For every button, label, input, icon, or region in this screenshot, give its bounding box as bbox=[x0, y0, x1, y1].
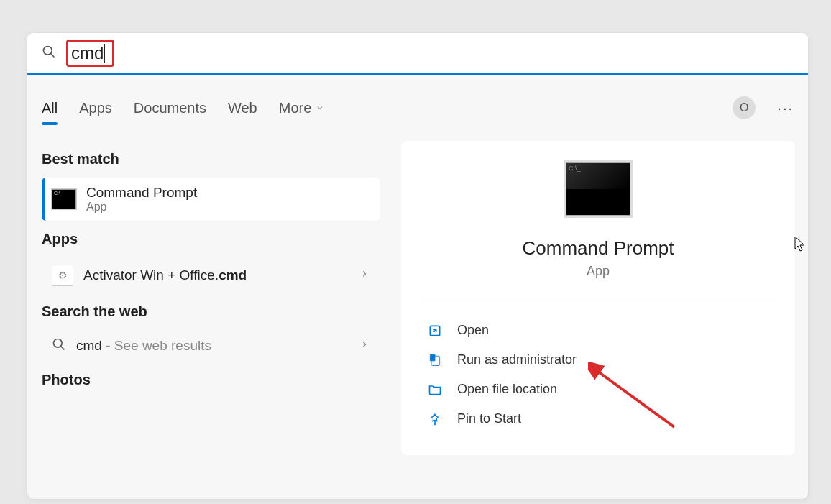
divider bbox=[423, 301, 773, 301]
filter-tabs: All Apps Documents Web More O ··· bbox=[27, 75, 808, 127]
more-options-button[interactable]: ··· bbox=[777, 100, 794, 116]
preview-subtitle: App bbox=[423, 264, 773, 279]
svg-line-3 bbox=[61, 347, 65, 350]
results-column: Best match Command Prompt App Apps ⚙ Act… bbox=[27, 141, 394, 455]
search-input[interactable]: cmd bbox=[71, 43, 104, 63]
action-open-file-location[interactable]: Open file location bbox=[423, 375, 773, 404]
preview-pane: Command Prompt App Open Run a bbox=[401, 141, 795, 455]
text-caret bbox=[104, 44, 105, 63]
shield-icon bbox=[427, 353, 443, 367]
search-icon bbox=[52, 337, 66, 354]
user-avatar[interactable]: O bbox=[733, 96, 756, 119]
search-icon bbox=[42, 45, 56, 62]
preview-title: Command Prompt bbox=[423, 237, 773, 260]
tab-all[interactable]: All bbox=[42, 100, 58, 116]
command-prompt-icon bbox=[52, 189, 76, 209]
result-title: Command Prompt bbox=[86, 185, 197, 201]
svg-line-1 bbox=[51, 54, 55, 58]
batch-file-icon: ⚙ bbox=[52, 265, 73, 286]
pin-icon bbox=[427, 412, 443, 426]
section-photos: Photos bbox=[42, 372, 380, 388]
result-web-search[interactable]: cmd - See web results bbox=[42, 330, 380, 362]
action-label: Open file location bbox=[457, 382, 557, 397]
search-input-highlight: cmd bbox=[66, 40, 114, 67]
svg-point-2 bbox=[54, 339, 63, 348]
folder-icon bbox=[427, 382, 443, 397]
action-label: Run as administrator bbox=[457, 352, 577, 367]
result-title: cmd - See web results bbox=[76, 338, 211, 354]
action-label: Open bbox=[457, 323, 489, 338]
result-activator[interactable]: ⚙ Activator Win + Office.cmd bbox=[42, 257, 380, 293]
tab-apps[interactable]: Apps bbox=[79, 100, 112, 116]
result-title: Activator Win + Office.cmd bbox=[83, 267, 247, 283]
preview-app-icon bbox=[566, 162, 630, 216]
action-label: Pin to Start bbox=[457, 411, 521, 426]
tab-more-label: More bbox=[279, 100, 312, 116]
action-run-as-administrator[interactable]: Run as administrator bbox=[423, 345, 773, 375]
result-subtitle: App bbox=[86, 201, 197, 214]
section-best-match: Best match bbox=[42, 151, 380, 168]
tab-more[interactable]: More bbox=[279, 100, 325, 116]
svg-point-0 bbox=[44, 47, 52, 55]
search-bar: cmd bbox=[27, 33, 808, 75]
section-web: Search the web bbox=[42, 303, 380, 320]
action-pin-to-start[interactable]: Pin to Start bbox=[423, 404, 773, 434]
start-search-panel: cmd All Apps Documents Web More O ··· Be… bbox=[27, 32, 809, 500]
action-open[interactable]: Open bbox=[423, 316, 773, 345]
tab-web[interactable]: Web bbox=[228, 100, 257, 116]
open-icon bbox=[427, 324, 443, 338]
chevron-right-icon bbox=[359, 339, 369, 352]
section-apps: Apps bbox=[42, 231, 380, 247]
tab-documents[interactable]: Documents bbox=[134, 100, 206, 116]
chevron-right-icon bbox=[359, 269, 369, 282]
chevron-down-icon bbox=[316, 104, 324, 112]
result-command-prompt[interactable]: Command Prompt App bbox=[42, 178, 380, 221]
